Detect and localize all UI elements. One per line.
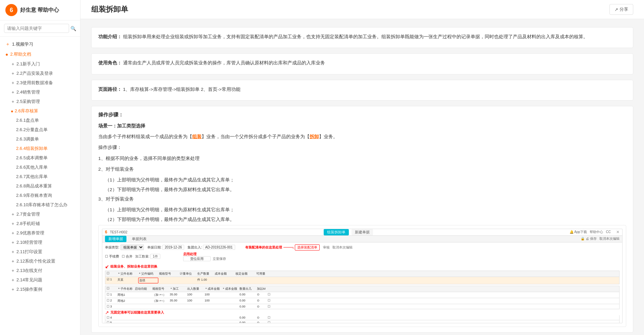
expand-icon: ＋ bbox=[11, 249, 15, 255]
sidebar-item-c23[interactable]: ＋ 2.3使用前数据准备 bbox=[8, 78, 80, 88]
path-block: 页面路径： 1、库存核算->库存管理->组装拆卸单 2、首页->常用功能 bbox=[91, 80, 633, 101]
search-input[interactable] bbox=[4, 24, 69, 33]
expand-icon: ＋ bbox=[5, 41, 10, 47]
nav-sub-children-26: 2.6.1盘点单 2.6.2分量盘点单 2.6.3调拨单 2.6.4组装拆卸单 … bbox=[8, 116, 80, 210]
expand-icon: ＋ bbox=[11, 70, 15, 76]
sidebar-item-c22[interactable]: ＋ 2.2产品安装及登录 bbox=[8, 69, 80, 78]
sidebar-item-c210[interactable]: ＋ 2.10经营管理 bbox=[8, 238, 80, 247]
sidebar: 6 好生意 帮助中心 🔍 ＋ 1.视频学习 ● 2.帮助文档 ＋ 2.1新手入门 bbox=[0, 0, 80, 335]
sidebar-item-c268[interactable]: 2.6.8商品成本重算 bbox=[13, 181, 80, 191]
sidebar-item-c25[interactable]: ＋ 2.5采购管理 bbox=[8, 97, 80, 106]
sidebar-item-c27[interactable]: ＋ 2.7资金管理 bbox=[8, 210, 80, 219]
sidebar-item-c215[interactable]: ＋ 2.15操作案例 bbox=[8, 285, 80, 294]
main-content: 功能介绍： 组装拆卸单用来处理企业组装或拆卸等加工业务，支持有固定装配清单的产品… bbox=[80, 19, 644, 335]
sidebar-item-c265[interactable]: 2.6.5成本调整单 bbox=[13, 153, 80, 163]
main-header: 组装拆卸单 ↗ 分享 bbox=[80, 0, 644, 19]
sidebar-item-c211[interactable]: ＋ 2.11打印设置 bbox=[8, 247, 80, 257]
expand-icon: ＋ bbox=[11, 61, 15, 67]
func-intro-content: 组装拆卸单用来处理企业组装或拆卸等加工业务，支持有固定装配清单的产品加工业务，也… bbox=[123, 34, 588, 39]
step2-1: （1）上部明细为父件明细，最终作为产成品生成其它入库单； bbox=[105, 176, 626, 184]
screenshot-container: 6 TEST-H002 组装拆卸单 新建单据 🔔 App下载 帮助中心 CC ✕… bbox=[98, 225, 626, 327]
nav-children-2: ＋ 2.1新手入门 ＋ 2.2产品安装及登录 ＋ 2.3使用前数据准备 ＋ 2.… bbox=[0, 59, 80, 294]
scenario-desc-text: 当由多个子件材料组装成一个成品的业务为【组装】业务，当由一个父件拆分成多个子产品… bbox=[98, 134, 338, 139]
step3-sub: （1）上部明细为父件明细，最终作为原材料生成其它出库单； （2）下部明细为子件明… bbox=[105, 206, 626, 224]
main-panel: 组装拆卸单 ↗ 分享 功能介绍： 组装拆卸单用来处理企业组装或拆卸等加工业务，支… bbox=[80, 0, 644, 335]
sidebar-item-c26[interactable]: ● 2.6库存核算 bbox=[8, 106, 80, 116]
sidebar-item-c24[interactable]: ＋ 2.4销售管理 bbox=[8, 88, 80, 97]
mock-toolbar: 新增单据 单据列表 🔒 🖨 保存 取消本次编辑 bbox=[102, 236, 622, 242]
scenario-title: 场景一：加工类型选择 bbox=[98, 122, 626, 130]
scenario-desc: 当由多个子件材料组装成一个成品的业务为【组装】业务，当由一个父件拆分成多个子产品… bbox=[98, 133, 626, 141]
role-content: 通常由生产人员或库管人员完成拆装业务的操作，库管人员确认原材料的出库和产成品的入… bbox=[123, 60, 325, 65]
role-label: 使用角色： bbox=[98, 60, 122, 65]
sidebar-item-c213[interactable]: ＋ 2.13在线支付 bbox=[8, 266, 80, 275]
expand-icon: ＋ bbox=[11, 211, 15, 217]
sidebar-item-c21[interactable]: ＋ 2.1新手入门 bbox=[8, 59, 80, 69]
mock-select-type[interactable]: 组装单据 bbox=[120, 244, 144, 250]
expand-icon: ＋ bbox=[11, 99, 15, 105]
step3-1: （1）上部明细为父件明细，最终作为原材料生成其它出库单； bbox=[105, 206, 626, 214]
mock-tab: 新建单据 bbox=[352, 229, 373, 235]
expand-icon: ＋ bbox=[11, 239, 15, 245]
sidebar-item-c263[interactable]: 2.6.3调拨单 bbox=[13, 134, 80, 144]
ops-title: 操作步骤： bbox=[98, 112, 626, 118]
sidebar-item-c2610[interactable]: 2.6.10库存账本错了怎么办 bbox=[13, 200, 80, 210]
func-intro-block: 功能介绍： 组装拆卸单用来处理企业组装或拆卸等加工业务，支持有固定装配清单的产品… bbox=[91, 27, 633, 48]
step3-2: （2）下部明细为子件明细，最终作为产成品生成其它入库单。 bbox=[105, 216, 626, 224]
sidebar-item-label: 2.帮助文档 bbox=[10, 51, 31, 57]
nav-tree: ＋ 1.视频学习 ● 2.帮助文档 ＋ 2.1新手入门 ＋ 2.2产品安装及登录 bbox=[0, 37, 80, 335]
step3: 3、对于拆装业务 bbox=[98, 195, 626, 203]
sidebar-item-c262[interactable]: 2.6.2分量盘点单 bbox=[13, 125, 80, 134]
expand-icon: ＋ bbox=[11, 89, 15, 95]
expand-icon: ＋ bbox=[11, 268, 15, 274]
sidebar-item-c214[interactable]: ＋ 2.14常见问题 bbox=[8, 275, 80, 285]
step2-sub: （1）上部明细为父件明细，最终作为产成品生成其它入库单； （2）下部明细为子件明… bbox=[105, 176, 626, 194]
expand-icon: ＋ bbox=[11, 80, 15, 86]
expand-icon: ＋ bbox=[11, 258, 15, 264]
steps-block: 操作步骤： 场景一：加工类型选择 当由多个子件材料组装成一个成品的业务为【组装】… bbox=[91, 106, 633, 333]
sidebar-item-c29[interactable]: ＋ 2.9优惠券管理 bbox=[8, 228, 80, 238]
expand-icon: ＋ bbox=[11, 286, 15, 292]
expand-icon: ＋ bbox=[11, 230, 15, 236]
step2-2: （2）下部明细为子件明细，最终作为原材料生成其它出库单。 bbox=[105, 186, 626, 194]
logo-area: 6 好生意 帮助中心 bbox=[0, 0, 80, 20]
sidebar-item-video[interactable]: ＋ 1.视频学习 bbox=[0, 39, 80, 49]
logo-icon: 6 bbox=[5, 4, 17, 16]
annotation-1: 有装配清单的在这里处理 bbox=[245, 245, 282, 250]
func-intro-text: 功能介绍： 组装拆卸单用来处理企业组装或拆卸等加工业务，支持有固定装配清单的产品… bbox=[98, 33, 626, 41]
share-button[interactable]: ↗ 分享 bbox=[609, 4, 633, 15]
path-text: 页面路径： 1、库存核算->库存管理->组装拆卸单 2、首页->常用功能 bbox=[98, 86, 626, 94]
mock-tab-active: 组装拆卸单 bbox=[324, 229, 349, 235]
role-block: 使用角色： 通常由生产人员或库管人员完成拆装业务的操作，库管人员确认原材料的出库… bbox=[91, 53, 633, 74]
sidebar-item-c264[interactable]: 2.6.4组装拆卸单 bbox=[13, 144, 80, 153]
mock-subtab-list: 单据列表 bbox=[128, 236, 150, 242]
sidebar-item-helpdoc[interactable]: ● 2.帮助文档 bbox=[0, 49, 80, 59]
sidebar-item-c266[interactable]: 2.6.6其他入库单 bbox=[13, 163, 80, 172]
sidebar-item-c212[interactable]: ＋ 2.12系统个性化设置 bbox=[8, 257, 80, 266]
search-area: 🔍 bbox=[0, 20, 80, 37]
collapse-icon: ● bbox=[11, 109, 13, 114]
mock-topbar: 6 TEST-H002 组装拆卸单 新建单据 🔔 App下载 帮助中心 CC ✕ bbox=[102, 229, 622, 236]
mock-form-area: 单据类型: 组装单据 单据日期: 2019-12-26 集团出入: AD-201… bbox=[102, 242, 622, 263]
role-text: 使用角色： 通常由生产人员或库管人员完成拆装业务的操作，库管人员确认原材料的出库… bbox=[98, 59, 626, 67]
sidebar-item-label: 1.视频学习 bbox=[12, 41, 33, 47]
page-title: 组装拆卸单 bbox=[91, 4, 128, 14]
mock-screenshot: 6 TEST-H002 组装拆卸单 新建单据 🔔 App下载 帮助中心 CC ✕… bbox=[102, 229, 622, 323]
share-icon: ↗ bbox=[614, 7, 618, 12]
func-intro-label: 功能介绍： bbox=[98, 34, 122, 39]
logo-text: 好生意 帮助中心 bbox=[20, 7, 59, 14]
search-button[interactable]: 🔍 bbox=[70, 26, 76, 31]
collapse-icon: ● bbox=[5, 52, 8, 57]
sidebar-item-c28[interactable]: ＋ 2.8手机旺铺 bbox=[8, 219, 80, 228]
sidebar-item-c261[interactable]: 2.6.1盘点单 bbox=[13, 116, 80, 125]
expand-icon: ＋ bbox=[11, 277, 15, 283]
expand-icon: ＋ bbox=[11, 221, 15, 227]
sidebar-item-c269[interactable]: 2.6.9库存账本查询 bbox=[13, 191, 80, 200]
mock-subtab-new: 新增单据 bbox=[105, 236, 126, 242]
mock-tables: ☐＊父件名称＊父件编码规格型号计量单位生产数量成本金额核定金额可用量 ☑ 1关某… bbox=[102, 271, 622, 323]
step2: 2、对于组装业务 bbox=[98, 165, 626, 173]
path-label: 页面路径： bbox=[98, 87, 122, 92]
path-content: 1、库存核算->库存管理->组装拆卸单 2、首页->常用功能 bbox=[123, 87, 240, 92]
sidebar-item-c267[interactable]: 2.6.7其他出库单 bbox=[13, 172, 80, 181]
mock-company: TEST-H002 bbox=[110, 230, 127, 234]
